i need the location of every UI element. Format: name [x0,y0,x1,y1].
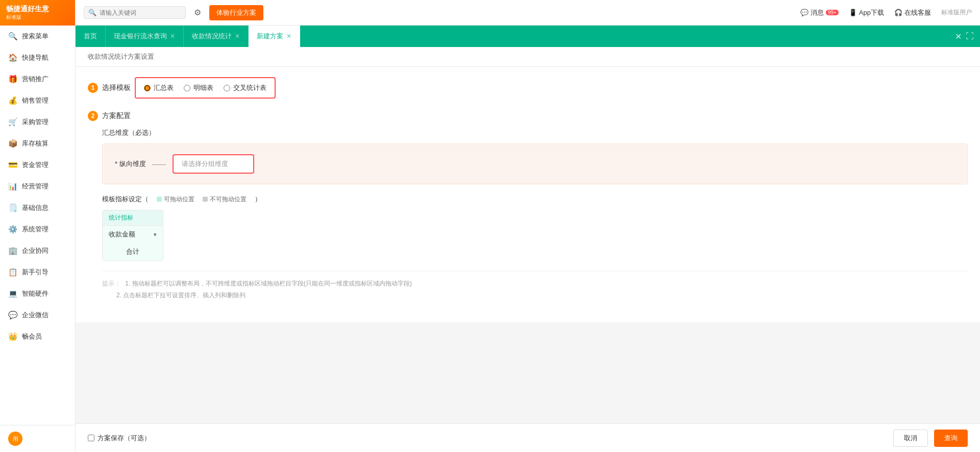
cancel-button[interactable]: 取消 [893,430,928,447]
radio-detail-input[interactable] [184,85,190,91]
app-download-item[interactable]: 📱 App下载 [849,8,884,17]
metrics-title: 统计指标 [103,210,163,226]
message-icon: 💬 [800,9,808,16]
sidebar-item-label: 新手引导 [22,268,48,277]
search-box[interactable]: 🔍 [84,6,186,19]
sidebar-item-label: 销售管理 [22,96,48,105]
sidebar-item-label: 系统管理 [22,225,48,234]
search-input[interactable] [100,9,181,16]
sidebar-item-label: 采购管理 [22,117,48,127]
radio-cross-input[interactable] [224,85,230,91]
draggable-label: 可拖动位置 [164,195,194,204]
sidebar-item-base-info[interactable]: 🗒️ 基础信息 [0,197,75,219]
sidebar-item-guide[interactable]: 📋 新手引导 [0,261,75,283]
dimension-area: * 纵向维度 —— 请选择分组维度 [102,144,968,184]
dimension-select[interactable]: 请选择分组维度 [173,154,254,174]
tab-home-label: 首页 [84,32,97,41]
tab-home[interactable]: 首页 [76,26,106,47]
sidebar-item-operation[interactable]: 📊 经营管理 [0,176,75,197]
gear-icon[interactable]: ⚙ [194,8,201,17]
tab-bank-flow-close[interactable]: ✕ [170,33,175,40]
sidebar-item-label: 经营管理 [22,182,48,191]
search-icon: 🔍 [88,9,96,16]
tabbar: 首页 现金银行流水查询 ✕ 收款情况统计 ✕ 新建方案 ✕ ✕ ⛶ [76,26,980,47]
service-item[interactable]: 🎧 在线客服 [894,8,931,17]
radio-summary-input[interactable] [144,85,151,91]
hardware-icon: 💻 [8,289,18,298]
download-icon: 📱 [849,9,857,16]
sidebar-item-wechat[interactable]: 💬 企业微信 [0,304,75,326]
close-tab-btn[interactable]: ✕ [955,32,962,41]
tip-item-2: 2. 点击标题栏下拉可设置排序、插入列和删除列 [116,292,246,299]
sidebar-item-label: 智能硬件 [22,289,48,298]
sidebar-item-label: 资金管理 [22,160,48,170]
logo-name: 畅捷通好生意 [6,5,49,13]
sidebar-bottom: 用 [0,425,75,452]
save-option[interactable]: 方案保存（可选） [88,434,151,443]
sidebar-item-label: 基础信息 [22,203,48,212]
sidebar-logo: 畅捷通好生意 标准版 [0,0,75,26]
draggable-indicator: 可拖动位置 [157,195,194,204]
tab-collection-stats-close[interactable]: ✕ [235,33,240,40]
purchase-icon: 🛒 [8,117,18,127]
template-selection: 汇总表 明细表 交叉统计表 [135,77,276,99]
sidebar-item-member[interactable]: 👑 畅会员 [0,326,75,347]
sidebar-item-marketing[interactable]: 🎁 营销推广 [0,68,75,90]
download-label: App下载 [859,8,884,17]
tab-collection-stats-label: 收款情况统计 [192,32,232,41]
radio-cross[interactable]: 交叉统计表 [224,83,266,92]
sidebar-item-purchase[interactable]: 🛒 采购管理 [0,111,75,133]
sidebar-item-quick-nav[interactable]: 🏠 快捷导航 [0,47,75,68]
sidebar-item-inventory[interactable]: 📦 库存核算 [0,133,75,154]
radio-summary[interactable]: 汇总表 [144,83,174,92]
metrics-section: 模板指标设定（ 可拖动位置 不可拖动位置 ） [102,195,968,263]
bottom-bar: 方案保存（可选） 取消 查询 [76,423,980,452]
maximize-btn[interactable]: ⛶ [966,32,974,41]
sidebar-item-search-menu[interactable]: 🔍 搜索菜单 [0,26,75,47]
tab-new-plan-close[interactable]: ✕ [286,33,291,40]
save-checkbox[interactable] [88,435,94,441]
chevron-down-icon: ▾ [154,231,157,238]
member-icon: 👑 [8,332,18,341]
operation-icon: 📊 [8,182,18,191]
no-drag-label: 不可拖动位置 [210,195,247,204]
industry-btn[interactable]: 体验行业方案 [209,5,263,20]
tabbar-actions: ✕ ⛶ [949,26,980,47]
breadcrumb: 收款情况统计方案设置 [76,47,980,67]
dimension-arrow: —— [152,160,166,168]
tab-new-plan[interactable]: 新建方案 ✕ [249,26,300,47]
tab-collection-stats[interactable]: 收款情况统计 ✕ [184,26,249,47]
step1-title: 选择模板 [102,83,131,92]
step2-title: 方案配置 [102,111,131,121]
logo-sub: 标准版 [6,14,49,21]
quick-nav-icon: 🏠 [8,53,18,62]
guide-icon: 📋 [8,268,18,277]
sidebar-item-capital[interactable]: 💳 资金管理 [0,154,75,176]
sidebar-item-sales[interactable]: 💰 销售管理 [0,90,75,111]
tip-label: 提示： [102,280,120,287]
service-icon: 🎧 [894,9,902,16]
marketing-icon: 🎁 [8,75,18,84]
notification-item[interactable]: 💬 消息 99+ [800,8,839,17]
sidebar-item-hardware[interactable]: 💻 智能硬件 [0,283,75,304]
metrics-item-collection[interactable]: 收款金额 ▾ [103,226,163,243]
sales-icon: 💰 [8,96,18,105]
metrics-item-label: 收款金额 [109,230,135,239]
query-button[interactable]: 查询 [934,430,968,447]
service-label: 在线客服 [904,8,931,17]
notification-badge: 99+ [826,10,839,15]
radio-summary-label: 汇总表 [154,83,174,92]
template-radio-group: 汇总表 明细表 交叉统计表 [144,83,266,92]
drag-dot [157,197,162,202]
tab-bank-flow[interactable]: 现金银行流水查询 ✕ [106,26,184,47]
notification-label: 消息 [811,8,824,17]
metrics-item-total: 合计 [103,243,163,260]
tab-new-plan-label: 新建方案 [257,32,283,41]
wechat-icon: 💬 [8,311,18,320]
sidebar-item-corp[interactable]: 🏢 企业协同 [0,240,75,261]
bottom-actions: 取消 查询 [893,430,968,447]
avatar: 用 [8,432,22,446]
radio-detail[interactable]: 明细表 [184,83,213,92]
corp-icon: 🏢 [8,246,18,255]
sidebar-item-system[interactable]: ⚙️ 系统管理 [0,219,75,240]
